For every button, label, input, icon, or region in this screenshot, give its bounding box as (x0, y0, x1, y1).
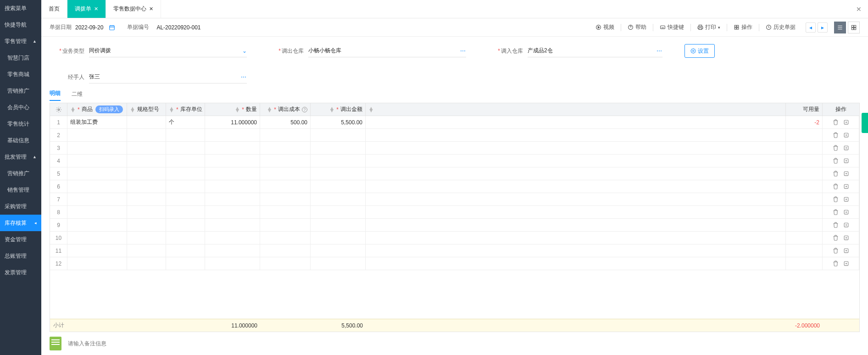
delete-icon[interactable] (833, 235, 839, 241)
svg-rect-3 (661, 26, 665, 29)
help-button[interactable]: 帮助 (624, 22, 650, 33)
delete-icon[interactable] (833, 132, 839, 138)
add-row-icon[interactable] (843, 158, 849, 164)
sidebar-item[interactable]: 会员中心 (0, 99, 41, 116)
add-row-icon[interactable] (843, 209, 849, 215)
card-view-button[interactable] (848, 22, 860, 33)
svg-rect-0 (110, 25, 115, 29)
sidebar-item[interactable]: 营销推广 (0, 83, 41, 99)
date-label: 单据日期 (50, 23, 72, 31)
col-spec[interactable]: ▲▼规格型号 (127, 103, 166, 116)
col-product[interactable]: ▲▼*商品扫码录入 (67, 103, 127, 116)
sidebar-item[interactable]: 采购管理 (0, 198, 41, 215)
next-doc-button[interactable]: ▸ (818, 22, 828, 33)
help-icon[interactable]: ? (302, 107, 307, 112)
table-row[interactable]: 12 (50, 257, 859, 270)
sidebar-item[interactable]: 智慧门店 (0, 50, 41, 66)
grid: ▲▼*商品扫码录入 ▲▼规格型号 ▲▼*库存单位 ▲▼*数量 ▲▼*调出成本? … (50, 103, 860, 332)
list-view-button[interactable] (834, 22, 846, 33)
delete-icon[interactable] (833, 183, 839, 189)
add-row-icon[interactable] (843, 248, 849, 254)
inwh-select[interactable]: 产成品2仓⋯ (528, 44, 662, 57)
tab[interactable]: 零售数据中心✕ (106, 0, 161, 18)
sidebar-item[interactable]: 搜索菜单 (0, 0, 41, 17)
delete-icon[interactable] (833, 196, 839, 202)
tab[interactable]: 首页 (41, 0, 67, 18)
sidebar-item[interactable]: 销售管理 (0, 182, 41, 198)
shortcut-button[interactable]: 快捷键 (656, 22, 688, 33)
add-row-icon[interactable] (843, 119, 849, 125)
remark-area (41, 332, 868, 355)
delete-icon[interactable] (833, 171, 839, 177)
table-row[interactable]: 1组装加工费个11.000000500.005,500.00-2 (50, 116, 859, 129)
table-row[interactable]: 10 (50, 232, 859, 244)
add-row-icon[interactable] (843, 196, 849, 202)
table-row[interactable]: 7 (50, 193, 859, 206)
operate-button[interactable]: 操作 (730, 22, 756, 33)
delete-icon[interactable] (833, 261, 839, 266)
settings-button[interactable]: 设置 (684, 44, 715, 58)
close-icon[interactable]: ✕ (94, 6, 98, 12)
svg-rect-11 (854, 28, 856, 29)
col-avail[interactable]: 可用量 (786, 103, 823, 116)
table-row[interactable]: 6 (50, 180, 859, 193)
biztype-select[interactable]: 同价调拨⌄ (89, 44, 247, 57)
table-row[interactable]: 9 (50, 219, 859, 232)
table-row[interactable]: 5 (50, 167, 859, 180)
tab-bar: 首页调拨单✕零售数据中心✕✕ (41, 0, 868, 18)
history-button[interactable]: 历史单据 (762, 22, 799, 33)
delete-icon[interactable] (833, 158, 839, 164)
sidebar-item[interactable]: 零售统计 (0, 116, 41, 132)
add-row-icon[interactable] (843, 222, 849, 228)
close-all-icon[interactable]: ✕ (850, 0, 868, 18)
col-amount[interactable]: ▲▼*调出金额 (311, 103, 366, 116)
add-row-icon[interactable] (843, 261, 849, 266)
sidebar-item[interactable]: 零售商城 (0, 66, 41, 83)
tab[interactable]: 调拨单✕ (67, 0, 106, 18)
sidebar-item[interactable]: 资金管理 (0, 231, 41, 248)
side-drawer-handle[interactable] (862, 113, 868, 133)
delete-icon[interactable] (833, 209, 839, 215)
handler-select[interactable]: 张三⋯ (89, 71, 247, 83)
outwh-select[interactable]: 小畅小畅仓库⋯ (308, 44, 466, 57)
table-row[interactable]: 2 (50, 129, 859, 142)
gear-icon[interactable] (50, 103, 67, 116)
calendar-icon[interactable] (109, 24, 115, 31)
sidebar-item[interactable]: 零售管理▲ (0, 33, 41, 50)
col-unit[interactable]: ▲▼*库存单位 (166, 103, 205, 116)
sidebar-item[interactable]: 营销推广 (0, 165, 41, 182)
delete-icon[interactable] (833, 222, 839, 228)
col-cost[interactable]: ▲▼*调出成本? (260, 103, 311, 116)
add-row-icon[interactable] (843, 171, 849, 177)
table-row[interactable]: 4 (50, 155, 859, 167)
add-row-icon[interactable] (843, 235, 849, 241)
close-icon[interactable]: ✕ (149, 6, 153, 12)
add-row-icon[interactable] (843, 183, 849, 189)
note-icon[interactable] (50, 337, 61, 350)
sidebar-item[interactable]: 批发管理▲ (0, 149, 41, 165)
foot-avail: -2.000000 (786, 319, 823, 332)
col-qty[interactable]: ▲▼*数量 (205, 103, 260, 116)
remark-input[interactable] (68, 337, 860, 350)
delete-icon[interactable] (833, 119, 839, 125)
add-row-icon[interactable] (843, 145, 849, 151)
print-button[interactable]: 打印▾ (694, 22, 724, 33)
sidebar-item[interactable]: 快捷导航 (0, 17, 41, 33)
table-row[interactable]: 11 (50, 244, 859, 257)
sidebar-item[interactable]: 库存核算◂ (0, 215, 41, 231)
sidebar-item[interactable]: 总账管理 (0, 248, 41, 264)
prev-doc-button[interactable]: ◂ (806, 22, 816, 33)
video-button[interactable]: 视频 (592, 22, 618, 33)
subtab-detail[interactable]: 明细 (50, 89, 61, 101)
scan-badge[interactable]: 扫码录入 (95, 105, 123, 113)
sidebar-item[interactable]: 基础信息 (0, 132, 41, 149)
date-value[interactable]: 2022-09-20 (75, 24, 103, 31)
svg-rect-7 (737, 28, 739, 29)
table-row[interactable]: 8 (50, 206, 859, 219)
table-row[interactable]: 3 (50, 142, 859, 155)
sidebar-item[interactable]: 发票管理 (0, 264, 41, 281)
subtab-two[interactable]: 二维 (72, 90, 83, 101)
add-row-icon[interactable] (843, 132, 849, 138)
delete-icon[interactable] (833, 248, 839, 254)
delete-icon[interactable] (833, 145, 839, 151)
